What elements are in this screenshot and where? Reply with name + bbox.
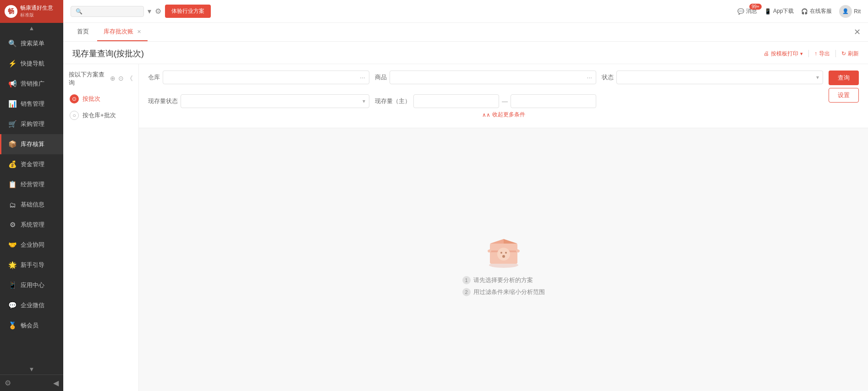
topbar-dropdown-icon[interactable]: ▾ [148,7,151,16]
inventory-main-label: 现存量（主） [375,97,411,105]
quick-nav-icon: ⚡ [8,59,17,68]
sidebar-item-enterprise[interactable]: 🤝 企业协同 [0,235,63,255]
tip2-text: 用过滤条件来缩小分析范围 [473,288,545,296]
app-download-label: App下载 [773,7,794,15]
sidebar-footer: ⚙ ◀ [0,375,63,391]
sidebar-item-sales[interactable]: 📊 销售管理 [0,94,63,114]
operations-icon: 📋 [8,180,17,189]
svg-point-6 [500,252,502,254]
export-btn[interactable]: ↑ 导出 [814,50,830,58]
filter-item-by-batch[interactable]: ⊙ 按批次 [63,91,138,107]
collapse-filter-icon[interactable]: 《 [126,75,133,83]
status-chevron: ▾ [816,74,819,81]
app-name: 畅康通好生意 [20,5,53,12]
purchase-icon: 🛒 [8,119,17,129]
filter-batch-icon: ⊙ [70,94,79,103]
topbar: 🔍 ▾ ⚙ 体验行业方案 💬 消息 99+ 📱 App下载 🎧 在线客服 [63,0,868,23]
sidebar-item-label: 快捷导航 [21,60,44,68]
filter-header: 按以下方案查询 ⊕ ⊙ 《 [63,69,138,91]
collapse-more-conditions[interactable]: ∧∧ 收起更多条件 [148,108,859,121]
sidebar-item-inventory[interactable]: 📦 库存核算 [0,134,63,154]
message-action[interactable]: 💬 消息 99+ [737,7,757,15]
topbar-settings-icon[interactable]: ⚙ [155,7,161,16]
wechat-icon: 💬 [8,301,17,310]
member-icon: 🏅 [8,321,17,330]
sidebar-item-quick-nav[interactable]: ⚡ 快捷导航 [0,54,63,74]
sidebar-item-system[interactable]: ⚙ 系统管理 [0,215,63,235]
sidebar-item-app-center[interactable]: 📱 应用中心 [0,275,63,295]
warehouse-input[interactable]: ··· [163,71,369,84]
sidebar: 畅 畅康通好生意 标准版 ▲ 🔍 搜索菜单 ⚡ 快捷导航 📢 营销推广 📊 销售… [0,0,63,391]
tab-inventory-batch-label: 库存批次账 [104,27,133,36]
inventory-icon: 📦 [8,140,17,149]
sidebar-item-label: 应用中心 [21,281,44,289]
sidebar-item-label: 系统管理 [21,221,44,229]
enterprise-icon: 🤝 [8,240,17,250]
print-dropdown-icon[interactable]: ▾ [800,51,803,57]
sidebar-scroll-down[interactable]: ▼ [0,364,63,375]
sidebar-item-operations[interactable]: 📋 经营管理 [0,174,63,195]
headset-icon: 🎧 [801,8,808,15]
app-download-action[interactable]: 📱 App下载 [764,7,794,15]
trial-btn[interactable]: 体验行业方案 [165,5,211,18]
query-form: 仓库 ··· 商品 [139,64,868,128]
sidebar-item-wechat[interactable]: 💬 企业微信 [0,295,63,315]
sidebar-scroll-up[interactable]: ▲ [0,23,63,33]
close-tab-right-icon[interactable]: ✕ [854,27,861,37]
settings-button[interactable]: 设置 [829,88,859,103]
sidebar-item-basic-info[interactable]: 🗂 基础信息 [0,195,63,215]
sidebar-item-search[interactable]: 🔍 搜索菜单 [0,33,63,54]
add-filter-icon[interactable]: ⊕ [110,75,115,83]
tab-home[interactable]: 首页 [71,23,95,41]
filter-item-by-warehouse-batch[interactable]: ○ 按仓库+批次 [63,107,138,124]
refresh-btn[interactable]: ↻ 刷新 [841,50,859,58]
user-profile[interactable]: 👤 Rit [839,5,861,18]
sidebar-item-label: 资金管理 [21,160,44,168]
sidebar-item-label: 销售管理 [21,100,44,108]
print-label: 按模板打印 [771,50,798,58]
refresh-icon: ↻ [841,50,846,57]
settings-filter-icon[interactable]: ⊙ [118,75,124,83]
tip1-text: 请先选择要分析的方案 [473,276,533,284]
sidebar-item-label: 基础信息 [21,201,44,209]
left-filter-panel: 按以下方案查询 ⊕ ⊙ 《 ⊙ 按批次 [63,64,139,391]
sidebar-item-label: 畅会员 [21,321,38,330]
avatar: 👤 [839,5,852,18]
sidebar-item-purchase[interactable]: 🛒 采购管理 [0,114,63,134]
divider-1 [808,50,809,57]
sidebar-item-label: 库存核算 [21,140,44,148]
query-button[interactable]: 查询 [829,71,859,85]
finance-icon: 💰 [8,160,17,169]
tab-close-btn[interactable]: ✕ [137,29,141,35]
app-center-icon: 📱 [8,281,17,290]
online-service-action[interactable]: 🎧 在线客服 [801,7,832,15]
print-btn[interactable]: 🖨 按模板打印 ▾ [764,50,803,58]
settings-footer-icon[interactable]: ⚙ [5,379,11,387]
phone-icon: 📱 [764,8,771,15]
right-query-panel: 仓库 ··· 商品 [139,64,868,391]
status-select[interactable]: ▾ [616,71,823,84]
sidebar-item-finance[interactable]: 💰 资金管理 [0,154,63,174]
menu-search-box[interactable]: 🔍 [71,6,144,17]
export-icon: ↑ [814,50,817,57]
inventory-main-field: 现存量（主） — [375,94,596,108]
svg-point-7 [505,252,507,254]
sidebar-item-newbie[interactable]: 🌟 新手引导 [0,255,63,275]
range-separator: — [502,98,508,105]
tab-home-label: 首页 [77,27,89,36]
sidebar-item-marketing[interactable]: 📢 营销推广 [0,74,63,94]
tab-inventory-batch[interactable]: 库存批次账 ✕ [97,23,148,41]
main-area: 🔍 ▾ ⚙ 体验行业方案 💬 消息 99+ 📱 App下载 🎧 在线客服 [63,0,868,391]
filter-wh-batch-label: 按仓库+批次 [82,111,116,119]
sidebar-item-label: 企业微信 [21,301,44,310]
inventory-status-select[interactable]: ▾ [181,94,369,108]
collapse-label: 收起更多条件 [492,111,525,119]
goods-input[interactable]: ··· [390,71,596,84]
inventory-main-from[interactable] [413,94,499,108]
filter-wh-batch-icon: ○ [70,111,79,120]
inventory-status-field: 现存量状态 ▾ [148,94,369,108]
inventory-main-to[interactable] [511,94,596,108]
sidebar-item-label: 搜索菜单 [21,39,44,48]
sidebar-item-member[interactable]: 🏅 畅会员 [0,315,63,336]
collapse-sidebar-icon[interactable]: ◀ [53,379,59,387]
